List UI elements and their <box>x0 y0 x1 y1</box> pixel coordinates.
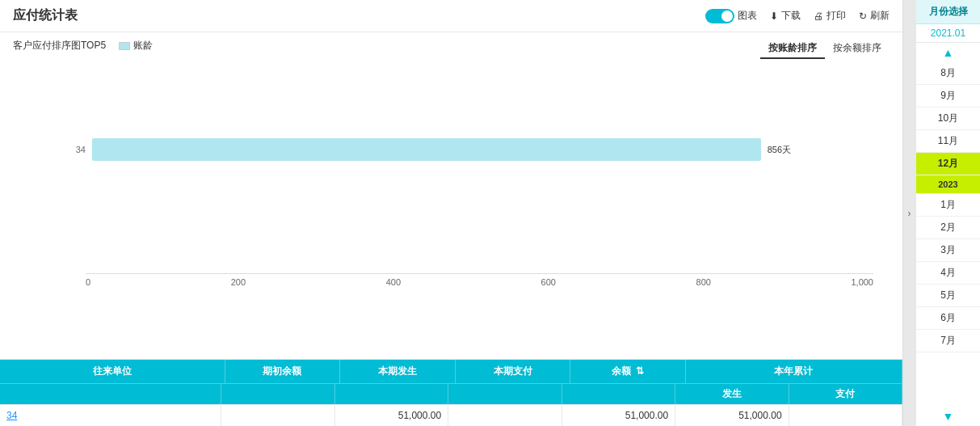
table-area: 往来单位 期初余额 本期发生 本期支付 余额 ⇅ 本年累计 发生 支付 <box>0 359 902 426</box>
chart-area: 客户应付排序图TOP5 账龄 按账龄排序 按余额排序 34 <box>0 32 902 359</box>
sidebar-month-2[interactable]: 2月 <box>916 217 980 239</box>
sidebar-month-7[interactable]: 7月 <box>916 330 980 352</box>
sidebar-month-10[interactable]: 10月 <box>916 108 980 130</box>
legend-item: 账龄 <box>119 39 153 53</box>
print-icon: 🖨 <box>814 11 823 22</box>
th-sub-vendor <box>0 384 221 404</box>
bar-fill <box>92 138 761 161</box>
sidebar-header: 月份选择 <box>916 0 980 24</box>
chart-toggle-wrap[interactable]: 图表 <box>705 9 757 23</box>
bar-label: 34 <box>53 145 86 154</box>
th-sub-balance <box>562 384 675 404</box>
th-payment: 本期支付 <box>456 360 571 383</box>
bar-end-label: 856天 <box>768 144 791 156</box>
sort-tab-age[interactable]: 按账龄排序 <box>760 39 825 59</box>
sort-tabs: 按账龄排序 按余额排序 <box>760 39 890 59</box>
th-balance-text: 余额 <box>612 365 631 377</box>
x-label-800: 800 <box>696 277 711 287</box>
header-actions: 图表 ⬇ 下载 🖨 打印 ↻ 刷新 <box>705 9 890 23</box>
td-payment <box>448 405 562 426</box>
table-header-row: 往来单位 期初余额 本期发生 本期支付 余额 ⇅ 本年累计 <box>0 360 902 383</box>
td-occurrence: 51,000.00 <box>335 405 448 426</box>
chart-bars: 34 856天 <box>53 69 873 263</box>
sidebar-down-button[interactable]: ▼ <box>916 407 980 426</box>
x-label-200: 200 <box>231 277 246 287</box>
print-button[interactable]: 🖨 打印 <box>814 9 846 23</box>
x-label-400: 400 <box>386 277 401 287</box>
sidebar-month-5[interactable]: 5月 <box>916 285 980 307</box>
print-label: 打印 <box>826 9 846 23</box>
page-title: 应付统计表 <box>13 7 78 24</box>
sidebar-month-8[interactable]: 8月 <box>916 62 980 85</box>
sidebar-year-marker: 2023 <box>916 175 980 194</box>
th-balance: 余额 ⇅ <box>570 360 686 383</box>
download-icon: ⬇ <box>770 11 778 22</box>
th-sub-occurrence <box>335 384 448 404</box>
sidebar: 月份选择 ▲ 8月 9月 10月 11月 12月 2023 1月 2月 3月 4… <box>915 0 980 426</box>
td-opening <box>221 405 334 426</box>
bar-row: 34 856天 <box>53 133 873 166</box>
th-ytd-pay: 支付 <box>789 384 902 404</box>
table-row: 34 51,000.00 51,000.00 51,000.00 <box>0 404 902 426</box>
legend-title: 客户应付排序图TOP5 <box>13 39 106 53</box>
x-axis: 0 200 400 600 800 1,000 <box>86 273 873 287</box>
chart-wrapper: 34 856天 0 200 400 600 800 1,000 <box>13 61 890 295</box>
x-label-0: 0 <box>86 277 90 287</box>
table-sub-header: 发生 支付 <box>0 383 902 404</box>
sidebar-month-12[interactable]: 12月 <box>916 153 980 175</box>
th-ytd: 本年累计 <box>686 360 902 383</box>
th-occurrence: 本期发生 <box>340 360 456 383</box>
x-label-600: 600 <box>541 277 556 287</box>
sort-tab-balance[interactable]: 按余额排序 <box>825 39 890 59</box>
download-button[interactable]: ⬇ 下载 <box>770 9 801 23</box>
sidebar-month-6[interactable]: 6月 <box>916 307 980 330</box>
td-ytd-occ: 51,000.00 <box>675 405 789 426</box>
th-vendor: 往来单位 <box>0 360 225 383</box>
refresh-button[interactable]: ↻ 刷新 <box>859 9 890 23</box>
sidebar-months: 8月 9月 10月 11月 12月 2023 1月 2月 3月 4月 5月 6月… <box>916 62 980 407</box>
th-ytd-occ: 发生 <box>675 384 789 404</box>
sidebar-up-button[interactable]: ▲ <box>916 43 980 62</box>
x-label-1000: 1,000 <box>851 277 873 287</box>
sidebar-month-1[interactable]: 1月 <box>916 194 980 217</box>
sidebar-year-input[interactable] <box>916 24 980 43</box>
refresh-label: 刷新 <box>870 9 890 23</box>
sidebar-month-3[interactable]: 3月 <box>916 239 980 262</box>
bar-container: 856天 <box>92 138 873 161</box>
chart-toggle-label: 图表 <box>738 9 757 23</box>
chart-toggle[interactable] <box>705 9 734 23</box>
th-sub-opening <box>221 384 334 404</box>
sidebar-month-9[interactable]: 9月 <box>916 85 980 108</box>
legend-box <box>119 42 130 50</box>
sidebar-month-4[interactable]: 4月 <box>916 262 980 285</box>
app-header: 应付统计表 图表 ⬇ 下载 🖨 打印 ↻ 刷新 <box>0 0 902 32</box>
refresh-icon: ↻ <box>859 11 867 22</box>
sidebar-month-11[interactable]: 11月 <box>916 130 980 153</box>
th-sub-payment <box>448 384 562 404</box>
td-vendor[interactable]: 34 <box>0 405 221 426</box>
td-ytd-pay <box>789 405 902 426</box>
download-label: 下载 <box>781 9 801 23</box>
th-opening: 期初余额 <box>225 360 341 383</box>
sort-icon[interactable]: ⇅ <box>636 365 644 377</box>
chart-legend: 客户应付排序图TOP5 账龄 <box>13 39 890 53</box>
legend-label: 账龄 <box>133 39 153 53</box>
td-balance: 51,000.00 <box>562 405 675 426</box>
sidebar-collapse-arrow[interactable]: › <box>902 0 915 426</box>
